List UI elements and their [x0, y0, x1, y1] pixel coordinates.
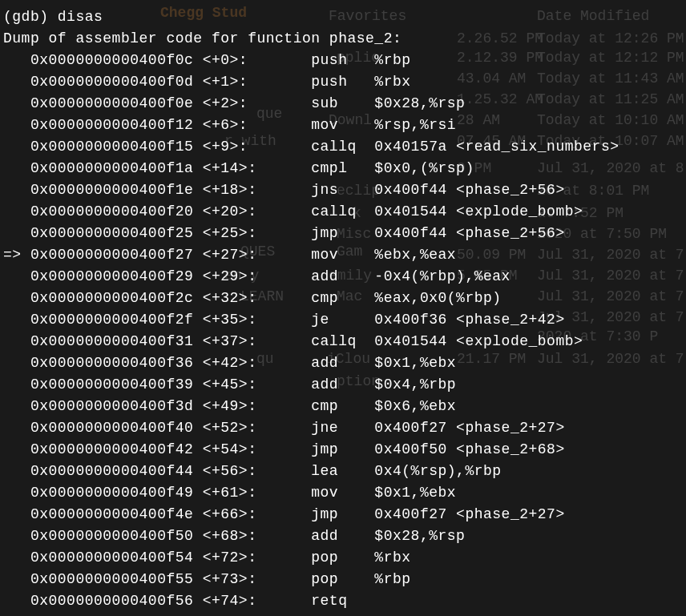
asm-line: 0x0000000000400f12 <+6>: mov %rsp,%rsi — [3, 115, 683, 136]
asm-line: => 0x0000000000400f27 <+27>: mov %ebx,%e… — [3, 244, 683, 266]
asm-line: 0x0000000000400f39 <+45>: add $0x4,%rbp — [3, 374, 683, 396]
asm-line: 0x0000000000400f3d <+49>: cmp $0x6,%ebx — [3, 396, 683, 417]
asm-line: 0x0000000000400f29 <+29>: add -0x4(%rbp)… — [3, 266, 683, 288]
asm-line: 0x0000000000400f15 <+9>: callq 0x40157a … — [3, 136, 683, 158]
asm-line: 0x0000000000400f49 <+61>: mov $0x1,%ebx — [3, 482, 683, 504]
disas-footer: End of assembler dump. — [3, 612, 683, 616]
asm-line: 0x0000000000400f0c <+0>: push %rbp — [3, 50, 683, 71]
asm-line: 0x0000000000400f56 <+74>: retq — [3, 590, 683, 612]
asm-line: 0x0000000000400f1a <+14>: cmpl $0x0,(%rs… — [3, 158, 683, 179]
asm-line: 0x0000000000400f54 <+72>: pop %rbx — [3, 547, 683, 569]
asm-line: 0x0000000000400f31 <+37>: callq 0x401544… — [3, 331, 683, 352]
asm-line: 0x0000000000400f0e <+2>: sub $0x28,%rsp — [3, 93, 683, 115]
asm-line: 0x0000000000400f40 <+52>: jne 0x400f27 <… — [3, 417, 683, 439]
asm-line: 0x0000000000400f2f <+35>: je 0x400f36 <p… — [3, 309, 683, 331]
gdb-terminal[interactable]: (gdb) disas Dump of assembler code for f… — [0, 0, 686, 616]
asm-line: 0x0000000000400f0d <+1>: push %rbx — [3, 71, 683, 93]
asm-line: 0x0000000000400f55 <+73>: pop %rbp — [3, 569, 683, 590]
asm-line: 0x0000000000400f25 <+25>: jmp 0x400f44 <… — [3, 223, 683, 244]
asm-line: 0x0000000000400f42 <+54>: jmp 0x400f50 <… — [3, 439, 683, 461]
disas-header: Dump of assembler code for function phas… — [3, 28, 683, 50]
asm-line: 0x0000000000400f1e <+18>: jns 0x400f44 <… — [3, 179, 683, 201]
asm-line: 0x0000000000400f36 <+42>: add $0x1,%ebx — [3, 352, 683, 374]
gdb-prompt: (gdb) disas — [3, 6, 683, 28]
asm-line: 0x0000000000400f20 <+20>: callq 0x401544… — [3, 201, 683, 223]
asm-line: 0x0000000000400f4e <+66>: jmp 0x400f27 <… — [3, 504, 683, 525]
asm-line: 0x0000000000400f50 <+68>: add $0x28,%rsp — [3, 525, 683, 547]
asm-line: 0x0000000000400f2c <+32>: cmp %eax,0x0(%… — [3, 288, 683, 309]
asm-line: 0x0000000000400f44 <+56>: lea 0x4(%rsp),… — [3, 461, 683, 482]
